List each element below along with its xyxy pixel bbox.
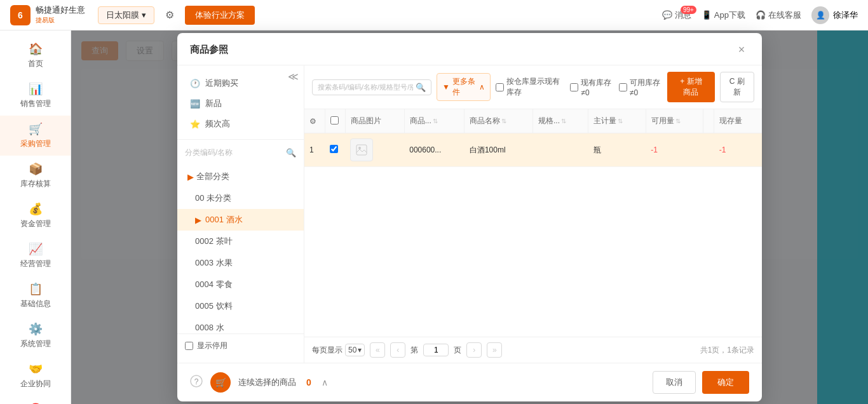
- sidebar-item-home[interactable]: 🏠 首页: [0, 36, 71, 76]
- th-checkbox: [325, 109, 345, 133]
- page-first-button[interactable]: «: [370, 342, 385, 358]
- nonzero-stock-checkbox[interactable]: [570, 83, 578, 91]
- cat-item-fruit[interactable]: 0003 水果: [177, 252, 304, 274]
- th-spec-label: 规格...: [538, 116, 560, 126]
- sales-icon: 📊: [29, 82, 43, 96]
- app-download-button[interactable]: 📱 App下载: [702, 10, 745, 21]
- cat-item-tea[interactable]: 0002 茶叶: [177, 231, 304, 252]
- filter-label: 更多条件: [452, 76, 477, 98]
- sidebar-item-basic-info[interactable]: 📋 基础信息: [0, 276, 71, 316]
- modal-header: 商品参照 ×: [177, 33, 762, 65]
- cell-index: 1: [304, 133, 325, 167]
- logo-sub-text: 捷易版: [36, 16, 85, 25]
- quick-access-section: 🕐 近期购买 🆕 新品 ⭐ 频次高: [177, 71, 304, 137]
- panel-collapse-icon[interactable]: ≪: [288, 71, 299, 83]
- table-row[interactable]: 1: [304, 133, 762, 167]
- pagination-bar: 每页显示 50 ▾ « ‹ 第 页 ›: [304, 337, 762, 363]
- sidebar-item-operations[interactable]: 📈 经营管理: [0, 236, 71, 276]
- online-service-label: 在线客服: [768, 10, 801, 21]
- footer-collapse-icon[interactable]: ∧: [322, 377, 328, 387]
- row-checkbox[interactable]: [330, 145, 338, 153]
- product-search-input[interactable]: [318, 83, 413, 91]
- cart-button[interactable]: 🛒: [210, 372, 231, 393]
- sidebar: 🏠 首页 📊 销售管理 🛒 采购管理 📦 库存核算 💰 资金管理 📈 经营管理 …: [0, 30, 71, 404]
- confirm-button[interactable]: 确定: [702, 371, 749, 394]
- company-dropdown[interactable]: 日太阳膜 ▾: [98, 6, 154, 24]
- show-disabled-checkbox[interactable]: [185, 342, 193, 350]
- nonzero-stock-filter[interactable]: 现有库存≠0: [570, 77, 613, 97]
- page-number-input[interactable]: [423, 344, 449, 356]
- settings-icon[interactable]: ⚙: [159, 5, 180, 25]
- sidebar-item-collab[interactable]: 🤝 企业协同: [0, 356, 71, 396]
- page-last-button[interactable]: »: [487, 342, 502, 358]
- available-stock-checkbox[interactable]: [619, 83, 627, 91]
- warehouse-stock-filter[interactable]: 按仓库显示现有库存: [496, 76, 565, 98]
- modal-close-button[interactable]: ×: [734, 42, 749, 57]
- cat-item-liquor[interactable]: ▶ 0001 酒水: [177, 209, 304, 231]
- sidebar-item-system-label: 系统管理: [20, 339, 51, 349]
- quick-item-frequent[interactable]: ⭐ 频次高: [182, 114, 299, 134]
- sidebar-item-basic-info-label: 基础信息: [20, 299, 51, 309]
- cat-item-snacks[interactable]: 0004 零食: [177, 274, 304, 295]
- sort-unit-icon: ⇅: [618, 118, 623, 125]
- sidebar-item-system[interactable]: ⚙️ 系统管理: [0, 316, 71, 356]
- th-code-sort[interactable]: 商品... ⇅: [410, 116, 459, 126]
- available-stock-filter[interactable]: 可用库存≠0: [619, 77, 662, 97]
- user-avatar-area[interactable]: 👤 徐泽华: [811, 6, 858, 24]
- th-name-sort[interactable]: 商品名称 ⇅: [470, 116, 527, 126]
- cat-arrow-active-icon: ▶: [195, 215, 201, 225]
- show-disabled-label[interactable]: 显示停用: [197, 340, 227, 351]
- th-name-label: 商品名称: [470, 116, 500, 126]
- sidebar-item-home-label: 首页: [28, 58, 43, 69]
- help-icon[interactable]: ?: [190, 375, 203, 390]
- cat-item-water[interactable]: 0008 水: [177, 317, 304, 333]
- category-search-icon[interactable]: 🔍: [286, 148, 296, 158]
- sidebar-item-sales[interactable]: 📊 销售管理: [0, 76, 71, 116]
- per-page-dropdown[interactable]: 50 ▾: [345, 344, 365, 356]
- product-table: ⚙ 商品图片: [304, 109, 762, 167]
- th-spec: 规格... ⇅: [532, 109, 588, 133]
- th-available-sort[interactable]: 可用量 ⇅: [651, 116, 698, 126]
- warehouse-stock-label: 按仓库显示现有库存: [506, 76, 565, 98]
- sidebar-item-inventory[interactable]: 📦 库存核算: [0, 156, 71, 196]
- warehouse-stock-checkbox[interactable]: [496, 83, 504, 91]
- divider1: [177, 139, 304, 140]
- cat-item-uncategorized[interactable]: 00 未分类: [177, 187, 304, 209]
- cell-unit: 瓶: [588, 133, 646, 167]
- cat-tea-label: 0002 茶叶: [195, 236, 233, 247]
- messages-button[interactable]: 💬 消息 99+: [662, 10, 691, 21]
- cell-checkbox[interactable]: [325, 133, 345, 167]
- cell-available: -1: [646, 133, 703, 167]
- th-spec-sort[interactable]: 规格... ⇅: [538, 116, 583, 126]
- more-filter-button[interactable]: ▼ 更多条件 ∧: [437, 73, 491, 101]
- select-all-checkbox[interactable]: [330, 116, 339, 125]
- cat-item-all[interactable]: ▶ 全部分类: [177, 166, 304, 187]
- th-unit-sort[interactable]: 主计量 ⇅: [593, 116, 640, 126]
- sidebar-item-sales-label: 销售管理: [20, 98, 51, 109]
- product-search-box[interactable]: 🔍: [312, 79, 431, 95]
- trial-button[interactable]: 体验行业方案: [185, 6, 255, 25]
- page-prev-button[interactable]: ‹: [390, 342, 405, 358]
- messages-badge: 99+: [681, 6, 696, 14]
- logo-area: 6 畅捷通好生意 捷易版: [10, 5, 85, 25]
- quick-item-new[interactable]: 🆕 新品: [182, 93, 299, 114]
- cat-liquor-label: 0001 酒水: [205, 214, 243, 226]
- cat-fruit-label: 0003 水果: [195, 257, 233, 269]
- quick-item-recent[interactable]: 🕐 近期购买: [182, 73, 299, 93]
- page-next-button[interactable]: ›: [466, 342, 482, 358]
- sidebar-item-finance-label: 资金管理: [20, 219, 51, 229]
- sidebar-item-finance[interactable]: 💰 资金管理: [0, 196, 71, 236]
- add-product-button[interactable]: + 新增商品: [667, 72, 714, 102]
- cancel-button[interactable]: 取消: [653, 371, 696, 394]
- product-reference-modal: 商品参照 × ≪ 🕐 近期购买: [177, 33, 762, 401]
- main-layout: 🏠 首页 📊 销售管理 🛒 采购管理 📦 库存核算 💰 资金管理 📈 经营管理 …: [0, 30, 868, 404]
- table-header: ⚙ 商品图片: [304, 109, 762, 133]
- online-service-button[interactable]: 🎧 在线客服: [756, 10, 801, 21]
- sidebar-item-purchase[interactable]: 🛒 采购管理: [0, 116, 71, 156]
- column-settings-icon[interactable]: ⚙: [309, 117, 316, 126]
- sidebar-item-guide[interactable]: 🎯 新手引导: [0, 396, 71, 404]
- cat-item-drinks[interactable]: 0005 饮料: [177, 295, 304, 317]
- category-search-placeholder: 分类编码/名称: [185, 147, 283, 158]
- refresh-button[interactable]: C 刷新: [720, 72, 755, 102]
- th-name: 商品名称 ⇅: [465, 109, 533, 133]
